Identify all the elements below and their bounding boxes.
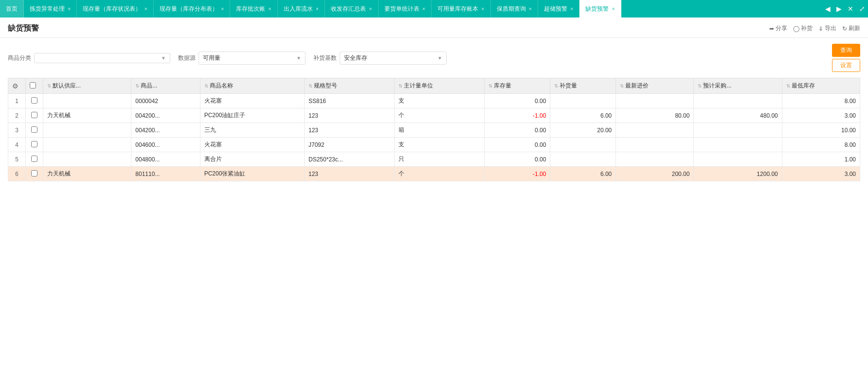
- row-unit-5: 只: [394, 152, 485, 167]
- tab-expiry-close[interactable]: ×: [529, 6, 532, 12]
- nav-next-btn[interactable]: ▶: [833, 0, 845, 18]
- category-label: 商品分类: [8, 54, 31, 62]
- col-name-sort-icon[interactable]: ⇅: [204, 83, 208, 88]
- row-checkbox-4[interactable]: [26, 138, 43, 152]
- row-min-stock-2: 3.00: [782, 108, 860, 123]
- tab-shortage-close[interactable]: ×: [612, 6, 615, 12]
- header-actions: ➦ 分享 ◯ 补货 ⇓ 导出 ↻ 刷新: [769, 24, 860, 33]
- row-num-1: 1: [8, 94, 26, 108]
- row-name-1: 火花塞: [200, 94, 304, 108]
- nav-close-btn[interactable]: ✕: [845, 0, 856, 18]
- nav-prev-btn[interactable]: ◀: [822, 0, 833, 18]
- tab-picking-close[interactable]: ×: [68, 6, 71, 12]
- share-button[interactable]: ➦ 分享: [769, 24, 787, 33]
- select-all-checkbox[interactable]: [30, 82, 36, 88]
- tab-home[interactable]: 首页: [0, 0, 24, 18]
- tab-expiry-label: 保质期查询: [497, 5, 526, 13]
- export-button[interactable]: ⇓ 导出: [818, 24, 836, 33]
- tab-order-stats-close[interactable]: ×: [422, 6, 425, 12]
- col-stock-sort-icon[interactable]: ⇅: [488, 83, 492, 88]
- tab-overstock[interactable]: 超储预警 ×: [538, 0, 579, 18]
- tab-inventory-status-close[interactable]: ×: [144, 6, 147, 12]
- tab-shortage[interactable]: 缺货预警 ×: [579, 0, 621, 18]
- col-code-sort-icon[interactable]: ⇅: [135, 83, 139, 88]
- category-filter-group: 商品分类 ▼: [8, 53, 170, 63]
- row-checkbox-5[interactable]: [26, 152, 43, 167]
- table-container: ⚙ ⇅ 默认供应... ⇅ 商品...: [0, 78, 868, 189]
- row-unit-1: 支: [394, 94, 485, 108]
- replenish-base-select-value: 安全库存: [344, 54, 367, 62]
- page-header: 缺货预警 ➦ 分享 ◯ 补货 ⇓ 导出 ↻ 刷新: [0, 18, 868, 38]
- row-num-4: 4: [8, 138, 26, 152]
- tab-inventory-status[interactable]: 现存量（库存状况表） ×: [77, 0, 153, 18]
- table-row: 3 004200... 三九 123 箱 0.00 20.00 10.00: [8, 123, 860, 138]
- row-code-1: 0000042: [131, 94, 200, 108]
- row-select-2[interactable]: [31, 112, 37, 118]
- datasource-select[interactable]: 可用量 ▼: [199, 52, 306, 65]
- row-replenish-2: 6.00: [550, 108, 616, 123]
- col-replenish-sort-icon[interactable]: ⇅: [554, 83, 558, 88]
- tab-shortage-label: 缺货预警: [585, 5, 609, 13]
- row-est-purchase-3: [694, 123, 782, 138]
- col-name-label: 商品名称: [210, 82, 233, 90]
- tab-order-stats[interactable]: 要货单统计表 ×: [379, 0, 432, 18]
- row-name-3: 三九: [200, 123, 304, 138]
- col-supplier-sort-icon[interactable]: ⇅: [47, 83, 51, 88]
- table-gear-icon[interactable]: ⚙: [12, 82, 18, 90]
- col-min-stock-sort-icon[interactable]: ⇅: [786, 83, 790, 88]
- tab-available[interactable]: 可用量库存账本 ×: [432, 0, 490, 18]
- query-button[interactable]: 查询: [832, 44, 860, 57]
- row-select-3[interactable]: [31, 126, 37, 133]
- settings-button[interactable]: 设置: [832, 59, 860, 72]
- tab-available-close[interactable]: ×: [481, 6, 484, 12]
- tab-picking[interactable]: 拣货异常处理 ×: [24, 0, 77, 18]
- row-supplier-3: [43, 123, 131, 138]
- tab-flow-close[interactable]: ×: [316, 6, 319, 12]
- row-checkbox-6[interactable]: [26, 167, 43, 181]
- row-supplier-1: [43, 94, 131, 108]
- replenish-button[interactable]: ◯ 补货: [793, 24, 813, 33]
- row-spec-1: SS816: [305, 94, 395, 108]
- table-row: 4 004600... 火花塞 J7092 支 0.00 8.00: [8, 138, 860, 152]
- tab-summary[interactable]: 收发存汇总表 ×: [325, 0, 378, 18]
- row-select-4[interactable]: [31, 141, 37, 147]
- col-min-stock: ⇅ 最低库存: [782, 78, 860, 94]
- tab-flow[interactable]: 出入库流水 ×: [278, 0, 325, 18]
- replenish-filter-group: 补货基数 安全库存 ▼: [313, 52, 447, 65]
- tab-summary-close[interactable]: ×: [369, 6, 372, 12]
- row-spec-3: 123: [305, 123, 395, 138]
- tab-inventory-dist-close[interactable]: ×: [221, 6, 224, 12]
- col-est-purchase-sort-icon[interactable]: ⇅: [698, 83, 702, 88]
- row-min-stock-6: 3.00: [782, 167, 860, 181]
- tab-batch-close[interactable]: ×: [268, 6, 271, 12]
- tab-inventory-dist[interactable]: 现存量（库存分布表） ×: [154, 0, 230, 18]
- refresh-button[interactable]: ↻ 刷新: [842, 24, 860, 33]
- table-row: 2 力天机械 004200... PC200油缸庄子 123 个 -1.00 6…: [8, 108, 860, 123]
- tab-expiry[interactable]: 保质期查询 ×: [491, 0, 538, 18]
- col-checkbox: [26, 78, 43, 94]
- row-unit-3: 箱: [394, 123, 485, 138]
- share-label: 分享: [776, 24, 787, 33]
- tab-overstock-close[interactable]: ×: [570, 6, 573, 12]
- row-select-5[interactable]: [31, 156, 37, 162]
- col-unit-sort-icon[interactable]: ⇅: [398, 83, 402, 88]
- row-spec-5: DS250*23c...: [305, 152, 395, 167]
- export-label: 导出: [825, 24, 836, 33]
- filter-area: 商品分类 ▼ 数据源 可用量 ▼ 补货基数 安全库存 ▼ 查询 设置: [0, 38, 868, 78]
- category-select[interactable]: ▼: [34, 53, 170, 63]
- replenish-base-select[interactable]: 安全库存 ▼: [340, 52, 447, 65]
- col-spec-sort-icon[interactable]: ⇅: [308, 83, 312, 88]
- tab-overstock-label: 超储预警: [544, 5, 567, 13]
- col-min-stock-label: 最低库存: [792, 82, 815, 90]
- row-replenish-1: [550, 94, 616, 108]
- row-latest-price-4: [616, 138, 694, 152]
- nav-expand-btn[interactable]: ⤢: [856, 0, 868, 18]
- tab-batch[interactable]: 库存批次账 ×: [230, 0, 277, 18]
- row-checkbox-2[interactable]: [26, 108, 43, 123]
- row-checkbox-3[interactable]: [26, 123, 43, 138]
- col-latest-price-sort-icon[interactable]: ⇅: [620, 83, 624, 88]
- row-select-6[interactable]: [31, 170, 37, 176]
- row-select-1[interactable]: [31, 97, 37, 104]
- row-checkbox-1[interactable]: [26, 94, 43, 108]
- col-est-purchase-label: 预计采购...: [703, 82, 731, 90]
